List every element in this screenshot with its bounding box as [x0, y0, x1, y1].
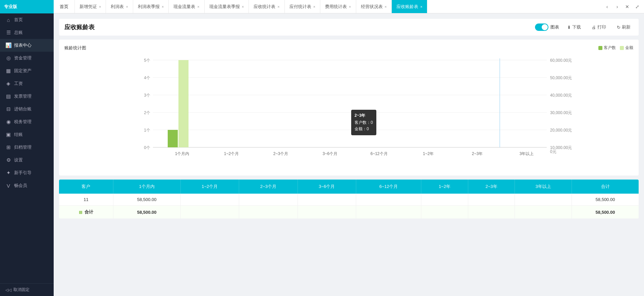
- settings-icon: ⚙: [5, 157, 11, 163]
- chart-tooltip: 2~3年 客户数：0 金额：0: [351, 110, 376, 135]
- refresh-button[interactable]: ↻ 刷新: [614, 23, 633, 32]
- tab-home[interactable]: 首页: [54, 0, 75, 13]
- tab-expense-stat[interactable]: 费用统计表 ×: [320, 0, 356, 13]
- tab-profit[interactable]: 利润表 ×: [106, 0, 133, 13]
- tab-profit-close[interactable]: ×: [126, 5, 128, 9]
- tab-cashflow[interactable]: 现金流量表 ×: [169, 0, 204, 13]
- sidebar-item-archive[interactable]: ⊞ 归档管理: [0, 141, 54, 154]
- col-m12: 6~12个月: [356, 180, 421, 194]
- svg-text:1个: 1个: [144, 128, 150, 133]
- total-m12: [356, 206, 421, 219]
- tab-expense-stat-close[interactable]: ×: [349, 5, 351, 9]
- table-container: 客户 1个月内 1~2个月 2~3个月 3~6个月 6~12个月 1~2年 2~…: [59, 180, 639, 218]
- sidebar-item-home[interactable]: ⌂ 首页: [0, 13, 54, 26]
- funds-icon: ◎: [5, 55, 11, 61]
- content-area: 应收账龄表 图表 ⬇ 下载 🖨 打印 ↻ 刷新: [54, 13, 644, 296]
- col-m1: 1个月内: [113, 180, 180, 194]
- col-y3: 3年以上: [515, 180, 572, 194]
- tab-voucher[interactable]: 新增凭证 ×: [75, 0, 106, 13]
- total-y3: [515, 206, 572, 219]
- svg-text:2个: 2个: [144, 110, 150, 115]
- tooltip-amount: 金额：0: [355, 126, 373, 132]
- unpin-button[interactable]: ◁◁ 取消固定: [0, 283, 54, 296]
- sidebar-item-settings[interactable]: ⚙ 设置: [0, 154, 54, 166]
- tab-profit-quarter-close[interactable]: ×: [162, 5, 164, 9]
- print-icon: 🖨: [592, 25, 596, 30]
- refresh-icon: ↻: [617, 25, 621, 30]
- total-m6: [298, 206, 356, 219]
- tab-ar-aging-close[interactable]: ×: [420, 5, 422, 9]
- svg-text:50,000.00元: 50,000.00元: [550, 76, 572, 80]
- svg-text:3~6个月: 3~6个月: [323, 151, 337, 156]
- tab-cashflow-close[interactable]: ×: [197, 5, 199, 9]
- total-label: ▤ 合计: [59, 206, 113, 219]
- cell-m6: [298, 194, 356, 206]
- svg-text:60,000.00元: 60,000.00元: [550, 58, 572, 63]
- bar-customer-0: [168, 130, 178, 147]
- svg-text:0元: 0元: [550, 149, 556, 154]
- sidebar-item-assets[interactable]: ▦ 固定资产: [0, 64, 54, 77]
- tab-close-all[interactable]: ✕: [623, 2, 632, 11]
- table-row: 11 58,500.00 58,500.00: [59, 194, 639, 206]
- tax-icon: ◉: [5, 119, 11, 125]
- svg-text:1~2年: 1~2年: [423, 151, 434, 156]
- page-actions: 图表 ⬇ 下载 🖨 打印 ↻ 刷新: [535, 23, 633, 32]
- invoice-icon: ▤: [5, 93, 11, 99]
- chart-svg-wrap: 5个 4个 3个 2个 1个 0个 60,000.00元 50,000.00元 …: [64, 55, 633, 170]
- tab-scroll-left[interactable]: ‹: [602, 2, 612, 11]
- tab-ap-stat[interactable]: 应付统计表 ×: [285, 0, 320, 13]
- svg-text:3个: 3个: [144, 93, 150, 98]
- chart-toggle-label: 图表: [550, 24, 559, 30]
- tab-biz-stat[interactable]: 经营状况表 ×: [356, 0, 392, 13]
- tab-voucher-close[interactable]: ×: [99, 5, 101, 9]
- sidebar-item-vip[interactable]: V 畅会员: [0, 179, 54, 192]
- tab-ap-stat-close[interactable]: ×: [313, 5, 315, 9]
- sidebar-item-reports[interactable]: 📊 报表中心: [0, 39, 54, 52]
- tab-profit-quarter[interactable]: 利润表季报 ×: [133, 0, 169, 13]
- tooltip-customer: 客户数：0: [355, 119, 373, 126]
- sidebar-item-salary[interactable]: ◈ 工资: [0, 77, 54, 90]
- cell-y3: [515, 194, 572, 206]
- col-total: 合计: [572, 180, 639, 194]
- cell-customer: 11: [59, 194, 113, 206]
- tab-ar-stat-close[interactable]: ×: [277, 5, 279, 9]
- sidebar-item-invoice[interactable]: ▤ 发票管理: [0, 90, 54, 103]
- total-y1: [421, 206, 468, 219]
- sidebar-item-tax[interactable]: ◉ 税务管理: [0, 115, 54, 128]
- aging-table: 客户 1个月内 1~2个月 2~3个月 3~6个月 6~12个月 1~2年 2~…: [59, 180, 639, 218]
- tab-scroll-right[interactable]: ›: [612, 2, 622, 11]
- total-m1: 58,500.00: [113, 206, 180, 219]
- tab-ar-aging[interactable]: 应收账龄表 ×: [392, 0, 427, 13]
- cell-y2: [468, 194, 515, 206]
- guide-icon: ✦: [5, 170, 11, 176]
- sidebar-item-funds[interactable]: ◎ 资金管理: [0, 52, 54, 64]
- unpin-icon: ◁◁: [5, 288, 11, 292]
- page-title: 应收账龄表: [64, 23, 95, 31]
- svg-text:1~2个月: 1~2个月: [224, 151, 239, 156]
- main-area: 首页 新增凭证 × 利润表 × 利润表季报 × 现金流量表 × 现金流量表季报 …: [54, 0, 644, 296]
- chart-toggle-wrap: 图表: [535, 23, 559, 31]
- app-logo: 专业版: [0, 0, 54, 13]
- svg-text:20,000.00元: 20,000.00元: [550, 128, 572, 133]
- sidebar-item-guide[interactable]: ✦ 新手引导: [0, 166, 54, 179]
- tab-cashflow-quarter-close[interactable]: ×: [242, 5, 244, 9]
- tab-cashflow-quarter[interactable]: 现金流量表季报 ×: [205, 0, 249, 13]
- home-icon: ⌂: [5, 17, 11, 23]
- svg-text:4个: 4个: [144, 76, 150, 80]
- svg-text:0个: 0个: [144, 145, 150, 150]
- print-button[interactable]: 🖨 打印: [589, 23, 609, 32]
- cell-m12: [356, 194, 421, 206]
- salary-icon: ◈: [5, 81, 11, 87]
- chart-toggle[interactable]: [535, 23, 548, 31]
- sidebar-item-closing[interactable]: ▣ 结账: [0, 128, 54, 141]
- svg-text:6~12个月: 6~12个月: [370, 151, 387, 156]
- bar-amount-0: [178, 60, 189, 147]
- sidebar-item-ledger[interactable]: ☰ 总账: [0, 26, 54, 39]
- sales-icon: ⊟: [5, 106, 11, 112]
- tab-maximize[interactable]: ⤢: [633, 2, 642, 11]
- sidebar-item-sales[interactable]: ⊟ 进销台账: [0, 103, 54, 115]
- tab-biz-stat-close[interactable]: ×: [385, 5, 387, 9]
- svg-text:3年以上: 3年以上: [520, 151, 534, 156]
- tab-ar-stat[interactable]: 应收统计表 ×: [249, 0, 284, 13]
- download-button[interactable]: ⬇ 下载: [565, 23, 584, 32]
